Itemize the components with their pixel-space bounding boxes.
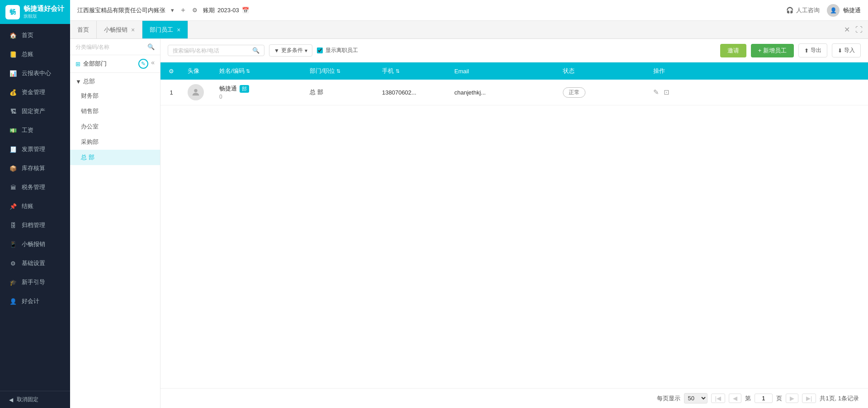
- dept-finance-label: 财务部: [81, 92, 99, 99]
- edit-icon[interactable]: ✎: [653, 88, 659, 96]
- dept-all-header: ⊞ 全部部门 ✎ «: [70, 55, 160, 73]
- settings-button[interactable]: ⚙: [192, 7, 198, 14]
- sidebar-item-label-invoice: 发票管理: [22, 145, 45, 153]
- tax-icon: 🏛: [9, 183, 17, 191]
- sidebar-item-account[interactable]: 👤 好会计: [0, 292, 70, 311]
- action-buttons: ✎ ⊡: [653, 88, 863, 96]
- company-dropdown-icon[interactable]: ▾: [171, 7, 174, 14]
- sidebar-item-payroll[interactable]: 💵 工资: [0, 121, 70, 140]
- sidebar-item-archive[interactable]: 🗄 归档管理: [0, 216, 70, 235]
- sidebar-item-home[interactable]: 🏠 首页: [0, 26, 70, 45]
- sidebar-item-label-inventory: 库存核算: [22, 164, 45, 172]
- dept-item-finance[interactable]: 财务部: [70, 88, 160, 104]
- dept-actions: ✎ «: [138, 59, 155, 69]
- tabs-bar: 首页 小畅报销 × 部门员工 × ✕ ⛶: [70, 21, 868, 39]
- expand-tab-icon[interactable]: ⛶: [855, 26, 863, 34]
- employee-avatar: [188, 84, 204, 100]
- tab-xiaochangbaoxiao[interactable]: 小畅报销 ×: [97, 21, 142, 38]
- page-input[interactable]: [755, 394, 773, 403]
- cell-avatar: [182, 80, 214, 105]
- search-icon[interactable]: 🔍: [252, 47, 259, 54]
- page-label: 第: [745, 394, 751, 403]
- table-row: 1 畅捷通 部: [160, 80, 868, 105]
- show-resigned-checkbox[interactable]: 显示离职员工: [317, 47, 358, 54]
- sidebar-item-xiaochang[interactable]: 📱 小畅报销: [0, 235, 70, 254]
- expand-icon: ▼: [75, 78, 81, 85]
- collapse-icon[interactable]: «: [151, 59, 155, 69]
- more-filter-button[interactable]: ▼ 更多条件 ▾: [269, 44, 312, 57]
- closing-icon: 📌: [9, 202, 17, 210]
- sort-dept-icon[interactable]: ⇅: [336, 68, 340, 74]
- sidebar-item-closing[interactable]: 📌 结账: [0, 197, 70, 216]
- cell-index: 1: [160, 80, 182, 105]
- sort-name-icon[interactable]: ⇅: [246, 68, 250, 74]
- inventory-icon: 📦: [9, 164, 17, 172]
- sidebar-item-invoice[interactable]: 🧾 发票管理: [0, 140, 70, 159]
- col-name[interactable]: 姓名/编码 ⇅: [214, 62, 304, 80]
- sidebar-item-basic-settings[interactable]: ⚙ 基础设置: [0, 254, 70, 273]
- add-employee-button[interactable]: + 新增员工: [751, 44, 794, 57]
- support-label: 人工咨询: [796, 6, 820, 14]
- per-page-select[interactable]: 50 20 100: [684, 393, 708, 403]
- add-account-button[interactable]: ＋: [179, 5, 187, 15]
- topbar: 江西服宝精品有限责任公司内账张 ▾ ＋ ⚙ 账期 2023-03 📅 🎧 人工咨…: [70, 0, 868, 21]
- col-dept[interactable]: 部门/职位 ⇅: [304, 62, 377, 80]
- sidebar-item-tax[interactable]: 🏛 税务管理: [0, 178, 70, 197]
- dept-search-input[interactable]: [75, 44, 145, 50]
- sidebar-item-guide[interactable]: 🎓 新手引导: [0, 273, 70, 292]
- sidebar-item-capital[interactable]: 💰 资金管理: [0, 83, 70, 102]
- account-icon: 👤: [9, 297, 17, 305]
- dept-search-box[interactable]: 🔍: [70, 39, 160, 55]
- tab-home[interactable]: 首页: [70, 21, 97, 38]
- dept-item-purchase[interactable]: 采购部: [70, 134, 160, 150]
- dept-item-office[interactable]: 办公室: [70, 119, 160, 134]
- dept-item-general[interactable]: 总 部: [70, 150, 160, 165]
- tab-xiaochang-close-icon[interactable]: ×: [131, 26, 135, 33]
- first-page-button[interactable]: |◀: [711, 394, 725, 403]
- calendar-icon[interactable]: 📅: [242, 7, 249, 14]
- resigned-checkbox-input[interactable]: [317, 47, 323, 53]
- tabs-actions: ✕ ⛶: [839, 25, 868, 34]
- settings-icon: ⚙: [9, 259, 17, 267]
- chevron-down-icon: ▾: [305, 47, 307, 54]
- col-actions: 操作: [648, 62, 868, 80]
- sort-phone-icon[interactable]: ⇅: [396, 68, 400, 74]
- dept-parent-root[interactable]: ▼ 总部: [70, 75, 160, 88]
- prev-page-button[interactable]: ◀: [729, 394, 741, 403]
- user-menu[interactable]: 👤 畅捷通: [827, 4, 861, 17]
- tab-bumen-label: 部门员工: [150, 26, 173, 34]
- cell-email: chanjethkj...: [449, 80, 557, 105]
- import-button[interactable]: ⬇ 导入: [832, 43, 861, 57]
- dept-item-sales[interactable]: 销售部: [70, 104, 160, 119]
- cancel-fixed-button[interactable]: ◀ 取消固定: [0, 391, 70, 408]
- dept-search-icon[interactable]: 🔍: [147, 43, 155, 50]
- dept-edit-button[interactable]: ✎: [138, 59, 148, 69]
- export-button[interactable]: ⬆ 导出: [798, 43, 827, 57]
- sidebar-item-label-guide: 新手引导: [22, 278, 45, 286]
- sidebar-item-fixed-assets[interactable]: 🏗 固定资产: [0, 102, 70, 121]
- tab-bumenrengong[interactable]: 部门员工 ×: [142, 21, 188, 38]
- guide-icon: 🎓: [9, 278, 17, 286]
- sidebar-item-label-xiaochang: 小畅报销: [22, 240, 45, 248]
- import-label: 导入: [844, 47, 855, 54]
- next-page-button[interactable]: ▶: [786, 394, 798, 403]
- invite-button[interactable]: 邀请: [720, 44, 746, 57]
- col-settings[interactable]: ⚙: [160, 62, 182, 80]
- dept-sales-label: 销售部: [81, 108, 99, 114]
- period-label: 账期: [203, 6, 215, 14]
- tab-bumen-close-icon[interactable]: ×: [177, 26, 180, 33]
- employee-search-input[interactable]: [173, 47, 250, 54]
- pin-icon: ◀: [9, 397, 13, 403]
- sidebar-item-inventory[interactable]: 📦 库存核算: [0, 159, 70, 178]
- logout-icon[interactable]: ⊡: [664, 88, 670, 96]
- employee-search-box[interactable]: 🔍: [168, 45, 264, 56]
- sidebar-item-general-ledger[interactable]: 📒 总账: [0, 45, 70, 64]
- col-phone[interactable]: 手机 ⇅: [377, 62, 449, 80]
- sidebar-item-label-reports: 云报表中心: [22, 69, 51, 77]
- close-tab-icon[interactable]: ✕: [844, 25, 850, 34]
- sidebar-item-label-settings: 基础设置: [22, 259, 45, 267]
- sidebar-item-reports[interactable]: 📊 云报表中心: [0, 64, 70, 83]
- support-button[interactable]: 🎧 人工咨询: [786, 6, 820, 14]
- last-page-button[interactable]: ▶|: [802, 394, 816, 403]
- tab-xiaochang-label: 小畅报销: [104, 26, 127, 34]
